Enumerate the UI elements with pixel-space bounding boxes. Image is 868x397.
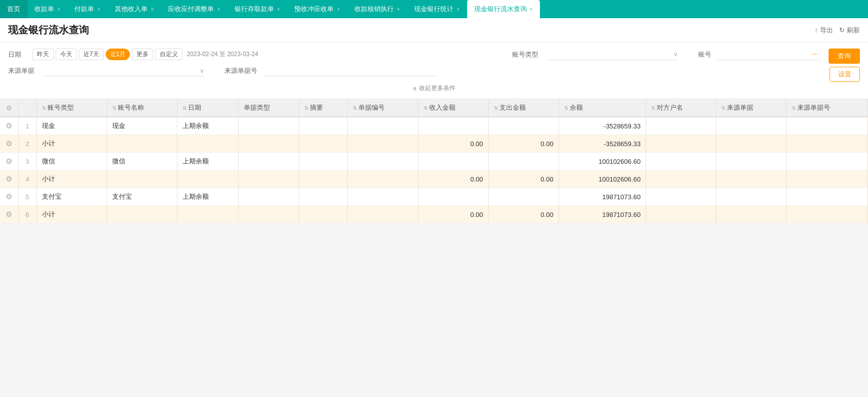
sort-icon-expense: ⇅ <box>494 105 498 111</box>
cell-source_doc_num <box>787 135 868 153</box>
sort-icon-counterpart: ⇅ <box>651 105 655 111</box>
cell-counterpart <box>646 153 716 170</box>
export-button[interactable]: ↑ 导出 <box>815 26 834 35</box>
table-body: ⚙1现金现金上期余额-3528659.33⚙2小计0.000.00-352865… <box>0 117 868 224</box>
nav-item-首页[interactable]: 首页 <box>0 0 27 18</box>
row-gear-icon[interactable]: ⚙ <box>6 210 12 218</box>
date-btn-昨天[interactable]: 昨天 <box>32 49 54 60</box>
cell-account_name: 微信 <box>107 153 177 170</box>
col-header-account_type[interactable]: ⇅账号类型 <box>36 99 107 117</box>
account-more-button[interactable]: ··· <box>812 50 818 59</box>
cell-income: 0.00 <box>418 170 488 188</box>
col-header-account_name[interactable]: ⇅账号名称 <box>107 99 177 117</box>
cell-counterpart <box>646 206 716 224</box>
row-gear-icon[interactable]: ⚙ <box>6 121 12 130</box>
nav-close-icon[interactable]: × <box>277 6 280 12</box>
sort-icon-account_name: ⇅ <box>112 105 116 111</box>
nav-item-银行存取款单[interactable]: 银行存取款单× <box>227 0 287 18</box>
nav-item-收款单[interactable]: 收款单× <box>27 0 67 18</box>
col-header-source_doc[interactable]: ⇅来源单据 <box>716 99 787 117</box>
cell-date <box>177 206 238 224</box>
refresh-icon: ↻ <box>839 26 845 34</box>
sort-icon-account_type: ⇅ <box>42 105 46 111</box>
date-btn-近1月[interactable]: 近1月 <box>106 49 130 60</box>
cell-doc_number <box>348 170 418 188</box>
nav-close-icon[interactable]: × <box>217 6 220 12</box>
cell-expense: 0.00 <box>488 206 559 224</box>
nav-close-icon[interactable]: × <box>530 6 533 12</box>
col-header-income[interactable]: ⇅收入金额 <box>418 99 488 117</box>
nav-close-icon[interactable]: × <box>151 6 154 12</box>
date-btn-近7天[interactable]: 近7天 <box>79 49 104 60</box>
cell-account_type: 微信 <box>36 153 107 170</box>
source-doc-num-input[interactable] <box>264 65 436 76</box>
cell-account_name <box>107 135 177 153</box>
cell-income <box>418 188 488 206</box>
sort-icon-source_doc_num: ⇅ <box>792 105 796 111</box>
nav-item-预收冲应收单[interactable]: 预收冲应收单× <box>287 0 347 18</box>
nav-close-icon[interactable]: × <box>97 6 100 12</box>
cell-gear: ⚙ <box>0 170 18 188</box>
cell-source_doc_num <box>787 170 868 188</box>
nav-close-icon[interactable]: × <box>57 6 60 12</box>
cell-source_doc <box>716 188 787 206</box>
cell-date <box>177 170 238 188</box>
row-gear-icon[interactable]: ⚙ <box>6 174 12 183</box>
cell-source_doc <box>716 117 787 135</box>
col-header-doc_number[interactable]: ⇅单据编号 <box>348 99 418 117</box>
nav-close-icon[interactable]: × <box>397 6 400 12</box>
table-header: ⚙⇅账号类型⇅账号名称⇅日期单据类型⇅摘要⇅单据编号⇅收入金额⇅支出金额⇅余额⇅… <box>0 99 868 117</box>
cell-income <box>418 153 488 170</box>
date-btn-今天[interactable]: 今天 <box>56 49 77 60</box>
cell-account_name <box>107 206 177 224</box>
account-input[interactable] <box>717 49 809 60</box>
col-header-balance[interactable]: ⇅余额 <box>559 99 646 117</box>
col-header-doc_type: 单据类型 <box>238 99 299 117</box>
refresh-button[interactable]: ↻ 刷新 <box>839 26 860 35</box>
cell-doc_number <box>348 188 418 206</box>
col-header-source_doc_num[interactable]: ⇅来源单据号 <box>787 99 868 117</box>
source-doc-dropdown-arrow[interactable]: ∨ <box>200 67 204 74</box>
date-btn-自定义[interactable]: 自定义 <box>155 49 182 60</box>
col-header-index <box>18 99 36 117</box>
cell-source_doc <box>716 206 787 224</box>
collapse-button[interactable]: ∧ 收起更多条件 <box>413 84 455 93</box>
cell-date: 上期余额 <box>177 153 238 170</box>
date-options: 昨天今天近7天近1月更多自定义 <box>32 49 182 60</box>
nav-item-应收应付调整单[interactable]: 应收应付调整单× <box>161 0 227 18</box>
cell-summary <box>299 135 348 153</box>
cell-source_doc <box>716 153 787 170</box>
nav-item-现金银行统计[interactable]: 现金银行统计× <box>407 0 467 18</box>
row-gear-icon[interactable]: ⚙ <box>6 139 12 148</box>
col-header-summary[interactable]: ⇅摘要 <box>299 99 348 117</box>
cell-counterpart <box>646 117 716 135</box>
sort-icon-income: ⇅ <box>424 105 428 111</box>
date-btn-更多[interactable]: 更多 <box>132 49 153 60</box>
gear-settings-icon[interactable]: ⚙ <box>6 104 12 112</box>
nav-item-收款核销执行[interactable]: 收款核销执行× <box>347 0 407 18</box>
nav-item-其他收入单[interactable]: 其他收入单× <box>108 0 161 18</box>
row-gear-icon[interactable]: ⚙ <box>6 157 12 165</box>
account-type-dropdown-arrow[interactable]: ∨ <box>673 51 678 58</box>
sort-icon-summary: ⇅ <box>304 105 308 111</box>
nav-close-icon[interactable]: × <box>337 6 340 12</box>
account-type-input[interactable] <box>546 49 673 60</box>
col-header-counterpart[interactable]: ⇅对方户名 <box>646 99 716 117</box>
col-header-date[interactable]: ⇅日期 <box>177 99 238 117</box>
cell-doc_type <box>238 170 299 188</box>
right-buttons: 查询 设置 <box>829 49 860 82</box>
sort-icon-source_doc: ⇅ <box>721 105 725 111</box>
account-type-select-wrapper: ∨ <box>546 49 678 60</box>
settings-button[interactable]: 设置 <box>830 67 860 82</box>
query-button[interactable]: 查询 <box>829 49 860 64</box>
cell-account_type: 小计 <box>36 206 107 224</box>
nav-item-付款单[interactable]: 付款单× <box>67 0 107 18</box>
cell-balance: 100102606.60 <box>559 153 646 170</box>
cell-summary <box>299 170 348 188</box>
col-header-expense[interactable]: ⇅支出金额 <box>488 99 559 117</box>
row-gear-icon[interactable]: ⚙ <box>6 192 12 201</box>
nav-item-现金银行流水查询[interactable]: 现金银行流水查询× <box>467 0 540 18</box>
cell-balance: -3528659.33 <box>559 117 646 135</box>
source-doc-input[interactable] <box>42 65 200 76</box>
nav-close-icon[interactable]: × <box>456 6 460 12</box>
